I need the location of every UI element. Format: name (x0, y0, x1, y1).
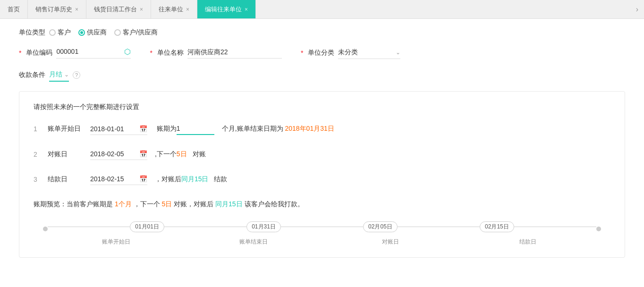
tab-edit-partner[interactable]: 编辑往来单位 × (197, 0, 256, 18)
timeline-label-3: 对账日 (322, 238, 459, 246)
unit-category-required: * (301, 49, 303, 57)
reconcile-date-input[interactable] (90, 150, 137, 158)
radio-supplier[interactable]: 供应商 (78, 28, 107, 37)
close-cash-ledger-icon[interactable]: × (140, 6, 143, 13)
tab-partner-units-label: 往来单位 (159, 5, 183, 14)
close-edit-partner-icon[interactable]: × (245, 6, 248, 13)
preview-part1: 1个月 (115, 200, 132, 208)
timeline-badge-4: 02月15日 (480, 221, 514, 232)
period-num-2: 2 (34, 151, 48, 158)
preview-suffix: 该客户会给我打款。 (245, 200, 304, 208)
tab-bar: 首页 销售订单历史 × 钱货日清工作台 × 往来单位 × 编辑往来单位 × › (0, 0, 644, 19)
tab-cash-ledger[interactable]: 钱货日清工作台 × (86, 0, 151, 18)
preview-text: 账期预览：当前客户账期是 1个月 ，下一个 5日 对账，对账后 同月15日 该客… (34, 198, 610, 210)
payment-terms-label: 收款条件 (19, 71, 45, 79)
radio-supplier-circle (78, 29, 85, 36)
period-row2-suffix: 对账 (193, 150, 206, 159)
timeline-start-dot (43, 227, 48, 231)
timeline-label-4: 结款日 (459, 238, 597, 246)
period-title: 请按照未来的一个完整帐期进行设置 (34, 103, 610, 111)
close-partner-units-icon[interactable]: × (186, 6, 189, 13)
reconcile-date-cal-icon[interactable]: 📅 (139, 150, 147, 158)
unit-code-input-wrap: ⬡ (56, 47, 131, 59)
unit-category-select[interactable]: 未分类 ⌄ (338, 46, 400, 59)
period-row-3: 3 结款日 📅 ，对账后 同月15日 结款 (34, 173, 610, 185)
timeline-node-4: 02月15日 (480, 221, 514, 232)
timeline-seg-5 (514, 227, 596, 227)
preview-sep2: 对账，对账后 (174, 200, 213, 208)
unit-code-label: 单位编码 (26, 49, 52, 57)
timeline-seg-1 (48, 227, 130, 227)
period-row2-prefix: ,下一个 (153, 150, 177, 159)
timeline-seg-2 (164, 227, 246, 227)
period-settings-box: 请按照未来的一个完整帐期进行设置 1 账单开始日 📅 账期为 个月,账单结束日期… (19, 91, 625, 258)
payment-terms-arrow-icon: ⌄ (64, 71, 69, 78)
timeline-node-1: 01月01日 (130, 221, 164, 232)
period-row-2: 2 对账日 📅 ,下一个 5日 对账 (34, 148, 610, 160)
unit-type-group: 单位类型 客户 供应商 客户/供应商 (19, 28, 158, 37)
period-num-1: 1 (34, 125, 48, 133)
timeline-wrap: 01月01日 01月31日 02月05日 02月15日 (34, 221, 610, 246)
preview-part2: 5日 (161, 200, 172, 208)
period-num-3: 3 (34, 176, 48, 183)
start-date-cal-icon[interactable]: 📅 (139, 125, 147, 133)
preview-sep1: ，下一个 (134, 200, 160, 208)
reconcile-day-highlight: 5日 (177, 150, 187, 159)
timeline-seg-4 (398, 227, 480, 227)
unit-code-group: * 单位编码 ⬡ (19, 47, 131, 59)
unit-code-input[interactable] (56, 48, 122, 55)
page-content: 单位类型 客户 供应商 客户/供应商 * 单位编码 (0, 19, 644, 287)
timeline-label-1: 账单开始日 (48, 238, 185, 246)
preview-prefix: 账期预览：当前客户账期是 (34, 200, 113, 208)
start-date-input-wrap: 📅 (90, 123, 147, 135)
help-icon[interactable]: ? (73, 71, 80, 79)
unit-name-label: 单位名称 (157, 49, 184, 57)
timeline-label-2: 账单结束日 (185, 238, 322, 246)
tab-edit-partner-label: 编辑往来单位 (205, 5, 242, 14)
unit-code-required: * (19, 49, 21, 57)
unit-name-input[interactable] (187, 47, 282, 59)
payment-terms-select[interactable]: 月结 ⌄ (49, 68, 69, 82)
radio-both-label: 客户/供应商 (123, 28, 158, 37)
timeline-badge-3: 02月05日 (363, 221, 398, 232)
payment-date-input[interactable] (90, 175, 137, 183)
unit-category-label: 单位分类 (308, 49, 334, 57)
payment-terms-row: 收款条件 月结 ⌄ ? (19, 68, 625, 82)
preview-part3: 同月15日 (215, 200, 243, 208)
timeline-node-3: 02月05日 (363, 221, 398, 232)
months-input[interactable] (177, 123, 214, 135)
radio-customer-circle (49, 29, 56, 36)
payment-date-input-wrap: 📅 (90, 173, 147, 185)
tab-sales-history-label: 销售订单历史 (35, 5, 72, 14)
radio-both[interactable]: 客户/供应商 (114, 28, 158, 37)
copy-icon[interactable]: ⬡ (124, 47, 131, 56)
period-label-2: 对账日 (48, 150, 90, 159)
unit-type-row: 单位类型 客户 供应商 客户/供应商 (19, 28, 625, 37)
tab-cash-ledger-label: 钱货日清工作台 (94, 5, 137, 14)
tab-partner-units[interactable]: 往来单位 × (151, 0, 197, 18)
unit-type-radio-group: 客户 供应商 客户/供应商 (49, 28, 158, 37)
payment-day-highlight: 同月15日 (181, 175, 209, 184)
unit-name-group: * 单位名称 (150, 47, 281, 59)
start-date-input[interactable] (90, 125, 137, 133)
tab-sales-history[interactable]: 销售订单历史 × (28, 0, 86, 18)
unit-category-value: 未分类 (338, 48, 358, 57)
end-date-highlight: 2018年01月31日 (285, 125, 334, 133)
payment-date-cal-icon[interactable]: 📅 (139, 175, 147, 183)
period-row-1: 1 账单开始日 📅 账期为 个月,账单结束日期为 2018年01月31日 (34, 123, 610, 135)
period-row3-prefix: ，对账后 (153, 175, 181, 184)
unit-details-row: * 单位编码 ⬡ * 单位名称 * 单位分类 未分类 ⌄ (19, 46, 625, 59)
timeline-node-2: 01月31日 (246, 221, 281, 232)
unit-name-required: * (150, 49, 152, 57)
unit-category-arrow-icon: ⌄ (396, 49, 400, 56)
timeline-end-dot (596, 227, 601, 231)
radio-supplier-label: 供应商 (87, 28, 107, 37)
tab-home[interactable]: 首页 (0, 0, 28, 18)
radio-customer[interactable]: 客户 (49, 28, 71, 37)
payment-terms-group: 收款条件 月结 ⌄ ? (19, 68, 80, 82)
unit-type-label: 单位类型 (19, 28, 45, 37)
timeline-badge-1: 01月01日 (130, 221, 164, 232)
close-sales-history-icon[interactable]: × (75, 6, 78, 13)
timeline-seg-3 (281, 227, 363, 227)
tab-overflow-arrow[interactable]: › (630, 0, 644, 18)
